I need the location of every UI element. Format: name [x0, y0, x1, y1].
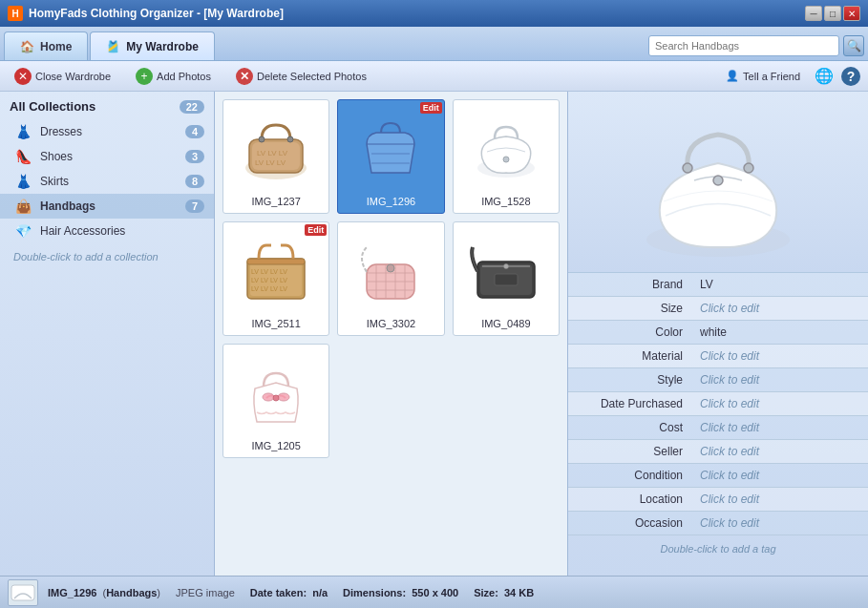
handbags-icon: 👜 — [13, 199, 32, 214]
main-layout: All Collections 22 👗 Dresses 4 👠 Shoes 3… — [0, 92, 868, 576]
photo-item-img1237[interactable]: LV LV LV LV LV LV IMG_1237 — [222, 99, 329, 214]
bag-svg-1296 — [352, 115, 429, 182]
photo-item-img1205[interactable]: IMG_1205 — [222, 344, 329, 458]
material-value[interactable]: Click to edit — [692, 345, 868, 367]
sidebar-item-handbags[interactable]: 👜 Handbags 7 — [0, 194, 214, 219]
detail-bag-svg — [632, 106, 804, 259]
photo-item-img2511[interactable]: Edit LV LV LV LV LV LV LV LV LV LV LV LV — [222, 221, 329, 336]
status-dim-label: Dimensions: — [343, 587, 406, 598]
edit-badge-1296: Edit — [420, 102, 442, 114]
condition-value[interactable]: Click to edit — [692, 464, 868, 487]
toolbar: ✕ Close Wardrobe + Add Photos ✕ Delete S… — [0, 61, 868, 92]
all-collections-badge: 22 — [180, 100, 204, 114]
size-value[interactable]: Click to edit — [692, 297, 868, 320]
maximize-button[interactable]: □ — [824, 6, 841, 21]
photo-img-1205 — [229, 350, 323, 436]
occasion-value[interactable]: Click to edit — [692, 512, 868, 535]
detail-row-condition: Condition Click to edit — [568, 464, 868, 488]
add-collection-hint[interactable]: Double-click to add a collection — [0, 243, 214, 270]
sidebar-item-shoes[interactable]: 👠 Shoes 3 — [0, 144, 214, 169]
svg-point-29 — [263, 393, 274, 401]
toolbar-right: 👤 Tell a Friend 🌐 ? — [719, 67, 860, 86]
home-tab-icon: 🏠 — [20, 40, 34, 53]
status-size-label: Size: — [474, 587, 498, 598]
photo-item-img1296[interactable]: Edit IMG_1296 — [337, 99, 444, 214]
delete-photos-button[interactable]: ✕ Delete Selected Photos — [229, 65, 373, 88]
svg-point-31 — [273, 395, 279, 401]
detail-row-color: Color white — [568, 321, 868, 345]
photo-item-img0489[interactable]: IMG_0489 — [453, 221, 560, 336]
photo-item-img1528[interactable]: IMG_1528 — [453, 99, 560, 214]
all-collections-header: All Collections 22 — [0, 92, 214, 119]
help-button[interactable]: ? — [841, 67, 860, 86]
svg-point-6 — [287, 136, 293, 142]
detail-row-date-purchased: Date Purchased Click to edit — [568, 392, 868, 416]
search-button[interactable]: 🔍 — [843, 35, 864, 56]
photo-item-img3302[interactable]: IMG_3302 — [337, 221, 444, 336]
svg-text:LV LV LV LV: LV LV LV LV — [251, 277, 287, 283]
close-button[interactable]: ✕ — [843, 6, 860, 21]
sidebar-item-skirts[interactable]: 👗 Skirts 8 — [0, 169, 214, 194]
handbags-label: Handbags — [40, 199, 178, 213]
globe-button[interactable]: 🌐 — [815, 67, 834, 85]
cost-value[interactable]: Click to edit — [692, 416, 868, 439]
detail-row-brand: Brand LV — [568, 273, 868, 297]
wardrobe-tab-label: My Wardrobe — [126, 40, 199, 53]
status-bar: IMG_1296 (Handbags) JPEG image Date take… — [0, 576, 868, 608]
bag-svg-3302 — [352, 238, 429, 304]
search-icon: 🔍 — [847, 39, 861, 52]
bag-svg-2511: LV LV LV LV LV LV LV LV LV LV LV LV — [238, 238, 314, 304]
tell-friend-button[interactable]: 👤 Tell a Friend — [719, 67, 807, 85]
add-tag-hint[interactable]: Double-click to add a tag — [568, 535, 868, 562]
all-collections-label: All Collections — [10, 99, 95, 114]
seller-value[interactable]: Click to edit — [692, 440, 868, 463]
add-photos-button[interactable]: + Add Photos — [129, 65, 218, 88]
location-value[interactable]: Click to edit — [692, 488, 868, 511]
photo-img-1296 — [344, 106, 437, 192]
sidebar-item-hair-accessories[interactable]: 💎 Hair Accessories — [0, 219, 214, 243]
date-purchased-value[interactable]: Click to edit — [692, 392, 868, 415]
home-tab-label: Home — [40, 40, 72, 53]
detail-row-size: Size Click to edit — [568, 297, 868, 321]
shoes-icon: 👠 — [13, 149, 32, 164]
add-photos-icon: + — [136, 68, 153, 85]
status-size: Size: 34 KB — [474, 587, 534, 598]
detail-row-style: Style Click to edit — [568, 368, 868, 392]
title-bar: H HomyFads Clothing Organizer - [My Ward… — [0, 0, 868, 27]
dresses-label: Dresses — [40, 125, 178, 138]
material-label: Material — [568, 345, 692, 367]
search-input[interactable] — [648, 35, 839, 56]
status-date-value: n/a — [312, 587, 328, 598]
svg-text:LV LV LV LV: LV LV LV LV — [251, 268, 287, 275]
detail-photo-area — [568, 92, 868, 273]
location-label: Location — [568, 488, 692, 511]
detail-row-location: Location Click to edit — [568, 488, 868, 512]
dresses-badge: 4 — [185, 125, 204, 138]
hair-accessories-label: Hair Accessories — [40, 224, 204, 238]
size-label: Size — [568, 297, 692, 320]
tab-wardrobe[interactable]: 🎽 My Wardrobe — [90, 31, 215, 60]
style-value[interactable]: Click to edit — [692, 368, 868, 391]
photo-img-2511: LV LV LV LV LV LV LV LV LV LV LV LV — [229, 228, 323, 314]
shoes-label: Shoes — [40, 150, 178, 163]
close-wardrobe-button[interactable]: ✕ Close Wardrobe — [8, 65, 117, 88]
minimize-button[interactable]: ─ — [805, 6, 822, 21]
status-dim-value: 550 x 400 — [412, 587, 458, 598]
tab-home[interactable]: 🏠 Home — [4, 31, 88, 60]
status-collection-value: Handbags — [106, 587, 157, 598]
color-label: Color — [568, 321, 692, 344]
sidebar: All Collections 22 👗 Dresses 4 👠 Shoes 3… — [0, 92, 215, 576]
photo-label-3302: IMG_3302 — [367, 318, 415, 329]
skirts-label: Skirts — [40, 175, 178, 188]
bag-svg-1237: LV LV LV LV LV LV — [238, 115, 314, 182]
photo-img-1237: LV LV LV LV LV LV — [229, 106, 323, 192]
status-filename-value: IMG_1296 — [48, 587, 96, 598]
svg-point-8 — [503, 157, 509, 162]
sidebar-item-dresses[interactable]: 👗 Dresses 4 — [0, 119, 214, 144]
date-purchased-label: Date Purchased — [568, 392, 692, 415]
condition-label: Condition — [568, 464, 692, 487]
photo-img-3302 — [344, 228, 437, 314]
hair-accessories-icon: 💎 — [13, 223, 32, 239]
window-controls[interactable]: ─ □ ✕ — [805, 6, 860, 21]
bag-svg-1528 — [468, 115, 544, 182]
